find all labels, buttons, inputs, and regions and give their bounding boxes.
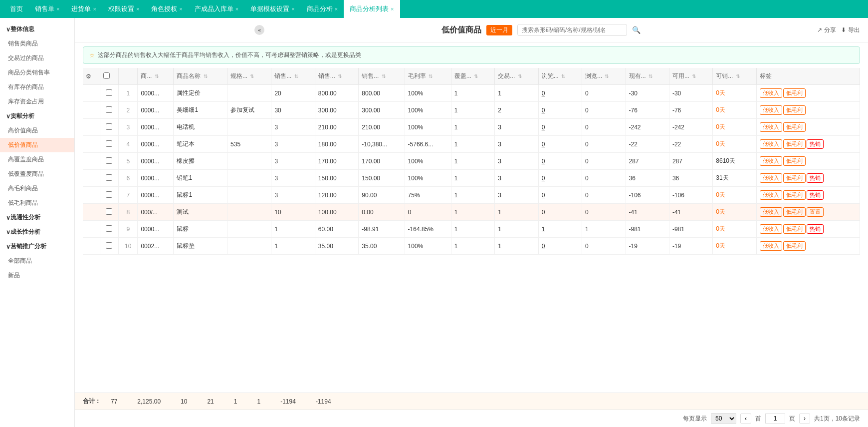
sidebar-collapse-button[interactable]: « — [254, 25, 264, 35]
search-icon[interactable]: 🔍 — [632, 26, 641, 34]
col-sales-amount[interactable]: 销售... ⇅ — [315, 68, 358, 85]
close-icon[interactable]: × — [235, 6, 238, 12]
sidebar-item-sales-products[interactable]: 销售类商品 — [0, 36, 74, 51]
cell-checkbox — [100, 85, 119, 102]
views-link[interactable]: 0 — [542, 158, 545, 165]
row-checkbox[interactable] — [106, 89, 112, 96]
views-link[interactable]: 1 — [542, 226, 545, 233]
footer-views1: 1 — [234, 398, 237, 405]
close-icon[interactable]: × — [93, 6, 96, 12]
views-link[interactable]: 0 — [542, 209, 545, 216]
sidebar-group-title-marketing[interactable]: ∨ 营销推广分析 — [0, 239, 74, 254]
search-input[interactable] — [517, 24, 627, 36]
views-link[interactable]: 0 — [542, 90, 545, 97]
nav-inbound[interactable]: 产成品入库单 × — [189, 0, 244, 18]
select-all-checkbox[interactable] — [103, 72, 110, 79]
close-icon[interactable]: × — [136, 6, 139, 12]
row-checkbox[interactable] — [106, 191, 112, 198]
col-gross-rate[interactable]: 毛利率 ⇅ — [405, 68, 451, 85]
row-checkbox[interactable] — [106, 174, 112, 181]
nav-template[interactable]: 单据模板设置 × — [244, 0, 300, 18]
sidebar-item-traded[interactable]: 交易过的商品 — [0, 51, 74, 65]
sidebar-item-category-rate[interactable]: 商品分类销售率 — [0, 65, 74, 80]
cell-checkbox — [100, 119, 119, 136]
views-link[interactable]: 0 — [542, 124, 545, 131]
page-number-input[interactable] — [765, 414, 785, 424]
sidebar-item-high-value[interactable]: 高价值商品 — [0, 123, 74, 138]
col-available[interactable]: 可用... ⇅ — [669, 68, 712, 85]
cell-transactions: 3 — [495, 136, 538, 153]
sidebar-item-low-margin[interactable]: 低毛利商品 — [0, 196, 74, 210]
nav-analysis[interactable]: 商品分析 × — [301, 0, 344, 18]
nav-permissions[interactable]: 权限设置 × — [102, 0, 145, 18]
row-checkbox[interactable] — [106, 140, 112, 147]
sidebar-group-title-growth[interactable]: ∨ 成长性分析 — [0, 225, 74, 239]
views-link[interactable]: 0 — [542, 107, 545, 114]
nav-analysis-list[interactable]: 商品分析列表 × — [344, 0, 400, 18]
product-tag: 低毛利 — [783, 190, 806, 200]
export-button[interactable]: ⬇ 导出 — [841, 26, 860, 34]
cell-views2: 0 — [582, 119, 626, 136]
cell-checkbox — [100, 136, 119, 153]
cell-sales-amount: 170.00 — [315, 153, 358, 170]
nav-purchase[interactable]: 进货单 × — [65, 0, 102, 18]
col-spec[interactable]: 规格... ⇅ — [227, 68, 271, 85]
sidebar-group-title-contribution[interactable]: ∨ 贡献分析 — [0, 109, 74, 123]
views-link[interactable]: 0 — [542, 175, 545, 182]
cell-transactions: 3 — [495, 187, 538, 204]
nav-roles[interactable]: 角色授权 × — [145, 0, 188, 18]
table-footer: 合计： 77 2,125.00 10 21 1 1 -1194 -1194 — [75, 393, 868, 410]
sidebar-item-high-margin[interactable]: 高毛利商品 — [0, 181, 74, 196]
nav-sales[interactable]: 销售单 × — [29, 0, 65, 18]
cell-code: 0000... — [138, 187, 174, 204]
top-navigation: 首页 销售单 × 进货单 × 权限设置 × 角色授权 × 产成品入库单 × 单据… — [0, 0, 868, 18]
sidebar-group-title-overall[interactable]: ∨ 整体信息 — [0, 22, 74, 36]
row-checkbox[interactable] — [106, 225, 112, 232]
next-page-button[interactable]: › — [799, 414, 810, 424]
row-checkbox[interactable] — [106, 242, 112, 249]
sidebar-item-high-coverage[interactable]: 高覆盖度商品 — [0, 152, 74, 167]
col-views1[interactable]: 浏览... ⇅ — [538, 68, 582, 85]
views-link[interactable]: 0 — [542, 141, 545, 148]
col-sales-price[interactable]: 销售... ⇅ — [359, 68, 405, 85]
per-page-select[interactable]: 50 20 100 — [711, 413, 736, 424]
sidebar-item-low-value[interactable]: 低价值商品 — [0, 138, 74, 152]
col-sales-qty[interactable]: 销售... ⇅ — [271, 68, 315, 85]
sidebar-item-low-coverage[interactable]: 低覆盖度商品 — [0, 167, 74, 181]
sidebar-item-capital[interactable]: 库存资金占用 — [0, 94, 74, 109]
row-checkbox[interactable] — [106, 106, 112, 113]
views-link[interactable]: 0 — [542, 243, 545, 250]
row-checkbox[interactable] — [106, 157, 112, 164]
sidebar-item-in-stock[interactable]: 有库存的商品 — [0, 80, 74, 94]
col-transactions[interactable]: 交易... ⇅ — [495, 68, 538, 85]
time-filter-tag[interactable]: 近一月 — [486, 25, 512, 35]
col-name[interactable]: 商品名称 ⇅ — [174, 68, 227, 85]
cell-name: 铅笔1 — [174, 170, 227, 187]
nav-home[interactable]: 首页 — [4, 0, 29, 18]
sidebar-item-new-products[interactable]: 新品 — [0, 268, 74, 283]
row-checkbox[interactable] — [106, 208, 112, 215]
close-icon[interactable]: × — [291, 6, 294, 12]
cell-available: -106 — [669, 187, 712, 204]
col-settings[interactable]: ⚙ — [83, 68, 100, 85]
col-code[interactable]: 商... ⇅ — [138, 68, 174, 85]
close-icon[interactable]: × — [391, 6, 394, 12]
cell-code: 0000... — [138, 221, 174, 238]
cell-sales-qty: 3 — [271, 153, 315, 170]
close-icon[interactable]: × — [335, 6, 338, 12]
sidebar-item-all-products[interactable]: 全部商品 — [0, 254, 74, 268]
footer-transactions: 21 — [207, 398, 214, 405]
col-views2[interactable]: 浏览... ⇅ — [582, 68, 626, 85]
sidebar-group-title-circulation[interactable]: ∨ 流通性分析 — [0, 210, 74, 225]
views-link[interactable]: 0 — [542, 192, 545, 199]
close-icon[interactable]: × — [179, 6, 182, 12]
close-icon[interactable]: × — [56, 6, 59, 12]
share-button[interactable]: ↗ 分享 — [817, 26, 836, 34]
col-current[interactable]: 现有... ⇅ — [626, 68, 669, 85]
cell-spec — [227, 119, 271, 136]
col-sellable[interactable]: 可销... ⇅ — [713, 68, 756, 85]
product-tag: 热销 — [807, 173, 824, 183]
first-page-button[interactable]: ‹ — [740, 414, 751, 424]
col-coverage[interactable]: 覆盖... ⇅ — [451, 68, 494, 85]
row-checkbox[interactable] — [106, 123, 112, 130]
